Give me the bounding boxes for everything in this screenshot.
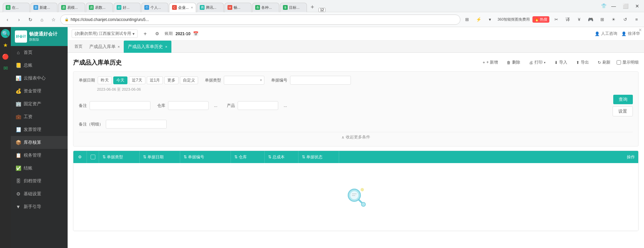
- bill-number-input[interactable]: [290, 76, 351, 85]
- sidebar-item-payroll[interactable]: 💼 工资: [11, 110, 68, 123]
- delete-button[interactable]: 🗑 删除: [504, 58, 523, 67]
- translate-icon[interactable]: 译: [563, 15, 572, 24]
- sidebar-item-ledger[interactable]: 📒 总账: [11, 59, 68, 72]
- restore-icon[interactable]: ↺: [620, 15, 630, 24]
- date-month-button[interactable]: 近1月: [147, 76, 163, 84]
- refresh-button[interactable]: ↻ 刷新: [595, 58, 613, 67]
- apps-icon[interactable]: ⊞: [597, 15, 607, 24]
- breadcrumb[interactable]: 首页: [72, 44, 85, 49]
- export-icon: ⬆: [576, 60, 579, 65]
- th-bill-type[interactable]: ⇅ 单据类型: [99, 151, 140, 163]
- forward-button[interactable]: ›: [14, 15, 24, 24]
- import-button[interactable]: ⬇ 导入: [552, 58, 570, 67]
- date-custom-button[interactable]: 自定义: [180, 76, 198, 84]
- th-warehouse[interactable]: ⇅ 仓库: [231, 151, 265, 163]
- back-button[interactable]: ‹: [3, 15, 12, 24]
- new-tab-button[interactable]: +: [308, 3, 317, 12]
- page-tab-list[interactable]: 产成品入库单 ×: [85, 41, 124, 53]
- browser-tab-12[interactable]: S 目标...: [280, 3, 307, 12]
- note-input[interactable]: [90, 101, 150, 110]
- page-tab-list-close[interactable]: ×: [118, 45, 120, 49]
- browser-tab-10[interactable]: M 畅...: [224, 3, 252, 12]
- date-week-button[interactable]: 近7天: [129, 76, 145, 84]
- sidebar-item-archive[interactable]: 🗄 归档管理: [11, 175, 68, 187]
- browser-tab-1[interactable]: 在 在...: [3, 3, 30, 12]
- date-today-button[interactable]: 今天: [113, 76, 127, 84]
- export-button[interactable]: ⬆ 导出: [573, 58, 592, 67]
- add-account-button[interactable]: +: [140, 29, 150, 39]
- sidebar-item-settle[interactable]: ✅ 结账: [11, 162, 68, 175]
- grid-icon[interactable]: ⊞: [462, 15, 472, 24]
- browser-tab-6[interactable]: 个 个人...: [141, 3, 168, 12]
- sidebar-item-invoice[interactable]: 🧾 发票管理: [11, 123, 68, 136]
- browser-tab-9[interactable]: 腾 腾讯...: [197, 3, 224, 12]
- sidebar-item-home-label: 首页: [24, 49, 32, 55]
- browser-tab-8[interactable]: C 企业... ×: [169, 3, 196, 12]
- browser-tab-3[interactable]: 易 易模...: [58, 3, 85, 12]
- game-icon[interactable]: 🎮: [586, 15, 595, 24]
- user-profile-button[interactable]: 👤 徐泽华: [621, 31, 640, 37]
- icon-bar-mail[interactable]: ✉: [1, 64, 10, 72]
- browser-tab-11[interactable]: 各 各种...: [252, 3, 279, 12]
- print-button[interactable]: 🖨 打印 ▾: [526, 58, 548, 67]
- th-total-cost[interactable]: ⇅ 总成本: [265, 151, 299, 163]
- icon-bar-search[interactable]: 🔍: [1, 29, 10, 38]
- scissors-icon[interactable]: ✂: [551, 15, 561, 24]
- address-bar[interactable]: 🔒 https://cloud.chanjet.com/accounting/u…: [60, 15, 460, 25]
- maximize-button[interactable]: ⬜: [621, 3, 630, 9]
- dropdown-icon[interactable]: ▾: [485, 15, 495, 24]
- th-checkbox[interactable]: [87, 151, 99, 163]
- settings-gear-button[interactable]: ⚙: [152, 29, 162, 39]
- refresh-browser-button[interactable]: ↻: [26, 15, 35, 24]
- th-settings[interactable]: ⚙: [73, 151, 87, 163]
- show-columns-checkbox[interactable]: [617, 60, 621, 65]
- collapse-button[interactable]: ∧ 收起更多条件: [79, 132, 633, 142]
- sun-icon[interactable]: ☀: [609, 15, 618, 24]
- select-all-checkbox[interactable]: [91, 155, 95, 159]
- warehouse-input[interactable]: [168, 101, 209, 110]
- warehouse-more-button[interactable]: ...: [211, 102, 220, 109]
- page-tab-history[interactable]: 产成品入库单历史 ×: [124, 41, 171, 53]
- sidebar-item-tax[interactable]: 📋 税务管理: [11, 149, 68, 162]
- th-bill-date[interactable]: ⇅ 单据日期: [140, 151, 180, 163]
- date-more-button[interactable]: 更多: [164, 76, 178, 84]
- query-button[interactable]: 查询: [613, 95, 633, 104]
- th-bill-number[interactable]: ⇅ 单据编号: [180, 151, 231, 163]
- icon-bar-star[interactable]: ★: [1, 41, 10, 49]
- product-more-button[interactable]: ...: [281, 102, 290, 109]
- th-bill-status[interactable]: ⇅ 单据状态: [299, 151, 339, 163]
- browser-tab-5[interactable]: 好 好...: [114, 3, 141, 12]
- sidebar-item-basic[interactable]: ⚙ 基础设置: [11, 187, 68, 200]
- lightning-icon[interactable]: ⚡: [474, 15, 483, 24]
- calendar-icon[interactable]: 📅: [193, 31, 198, 36]
- top-bar-right: 👤 人工咨询 👤 徐泽华: [595, 31, 640, 37]
- icon-bar-weibo[interactable]: 🔴: [1, 52, 10, 61]
- show-columns-toggle[interactable]: 显示明细: [617, 60, 639, 65]
- page-tab-history-close[interactable]: ×: [165, 45, 167, 49]
- user-service-button[interactable]: 👤 人工咨询: [595, 31, 617, 37]
- browser-tab-2[interactable]: 新 新建...: [30, 3, 57, 12]
- sidebar-item-home[interactable]: ⌂ 首页: [11, 46, 68, 59]
- bookmark-button[interactable]: ☆: [49, 15, 58, 24]
- sidebar-item-inventory[interactable]: 📦 库存核算: [11, 136, 68, 149]
- sidebar-item-more[interactable]: ▼ 新手引导: [11, 200, 68, 213]
- sidebar-item-fixed-assets[interactable]: 🏢 固定资产: [11, 97, 68, 110]
- yuan-icon[interactable]: ¥: [574, 15, 584, 24]
- home-browser-button[interactable]: ⌂: [37, 15, 47, 24]
- minimize-button[interactable]: —: [609, 3, 618, 9]
- product-input[interactable]: [238, 101, 278, 110]
- sidebar-item-funds[interactable]: 💰 资金管理: [11, 85, 68, 97]
- filter-settings-button[interactable]: 设置: [613, 106, 633, 116]
- detail-note-input[interactable]: [106, 120, 167, 129]
- bill-type-select[interactable]: [224, 76, 264, 85]
- tab-close-8[interactable]: ×: [191, 5, 193, 9]
- close-window-button[interactable]: ✕: [633, 3, 641, 9]
- menu-icon[interactable]: ≡: [632, 15, 641, 24]
- sidebar-item-report[interactable]: 📊 云报表中心: [11, 72, 68, 85]
- date-yesterday-button[interactable]: 昨天: [98, 76, 112, 84]
- hot-search-button[interactable]: 🔥 热搜: [532, 16, 549, 23]
- browser-tab-4[interactable]: 易 易数...: [86, 3, 113, 12]
- account-selector[interactable]: (勿删勿禁用) 江西服宝测试专用 ▾: [72, 29, 138, 38]
- right-panel-close-button[interactable]: ×: [639, 27, 642, 33]
- add-button[interactable]: + + 新增: [480, 58, 501, 67]
